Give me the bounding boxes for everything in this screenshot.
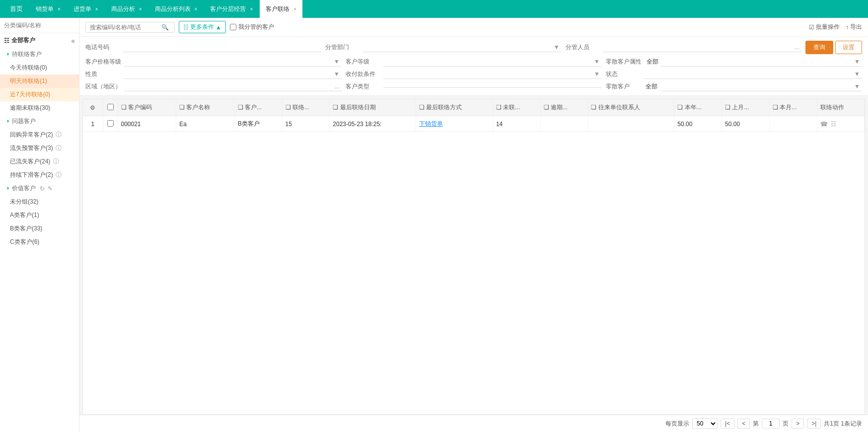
phone-action-icon[interactable]: ☎ xyxy=(820,121,828,128)
nav-home[interactable]: 首页 xyxy=(4,0,29,18)
col-last-method[interactable]: ❑ 最后联络方式 xyxy=(416,99,493,116)
sidebar-item-ungrouped[interactable]: 未分组(32) xyxy=(0,195,79,209)
row-this-month xyxy=(769,116,817,132)
first-page-btn[interactable]: |< xyxy=(721,419,734,429)
nav-sales-order[interactable]: 销货单 × xyxy=(30,0,67,18)
nav-close-product-analysis-list[interactable]: × xyxy=(195,6,198,12)
row-last-method[interactable]: 下销货单 xyxy=(416,116,493,132)
nav-close-sales-order[interactable]: × xyxy=(58,6,61,12)
grid-action-icon[interactable]: ☷ xyxy=(831,121,836,128)
retail-customer-select[interactable]: ▼ xyxy=(660,82,862,91)
col-current-year[interactable]: ❑ 本年... xyxy=(674,99,722,116)
filter-panel: 电话号码 分管部门 ▼ 分管人员 ... 查询 设置 xyxy=(79,37,868,96)
row-unit-contact xyxy=(588,116,674,132)
next-page-btn[interactable]: > xyxy=(792,419,804,429)
gender-label: 性质 xyxy=(85,70,120,78)
sidebar-item-declining[interactable]: 持续下滑客户(2) ⓘ xyxy=(0,168,79,182)
nav-customer-contact[interactable]: 客户联络 × xyxy=(260,0,302,18)
price-level-select[interactable]: ▼ xyxy=(124,57,342,67)
col-type[interactable]: ❑ 客户... xyxy=(234,99,282,116)
batch-op-btn[interactable]: ☑ 批量操作 xyxy=(809,23,840,31)
sidebar-collapse-btn[interactable]: « xyxy=(71,37,75,45)
retail-customer-value: 全部 xyxy=(646,82,657,91)
toolbar-right: ☑ 批量操作 ↑ 导出 xyxy=(809,23,862,31)
dept-label: 分管部门 xyxy=(325,43,360,52)
last-page-btn[interactable]: >| xyxy=(807,419,821,429)
sidebar-value-section[interactable]: ▼ 价值客户 ↻ ✎ xyxy=(0,182,79,195)
sidebar-item-class-c[interactable]: C类客户(6) xyxy=(0,235,79,249)
row-type: B类客户 xyxy=(234,116,282,132)
grid-icon: ☷ xyxy=(4,37,9,44)
nav-close-customer-contact[interactable]: × xyxy=(293,6,296,12)
nav-product-analysis[interactable]: 商品分析 × xyxy=(105,0,148,18)
region-select[interactable]: ... xyxy=(124,82,342,91)
gender-select[interactable]: ▼ xyxy=(123,70,342,79)
phone-input[interactable] xyxy=(123,43,321,52)
retail-attr-value: 全部 xyxy=(647,58,658,66)
customer-type-select[interactable] xyxy=(383,85,602,88)
top-navigation: 首页 销货单 × 进货单 × 商品分析 × 商品分析列表 × 客户分层经营 × … xyxy=(0,0,868,18)
row-checkbox-cell[interactable] xyxy=(103,116,118,132)
prev-page-btn[interactable]: < xyxy=(737,419,750,429)
nav-customer-tiering[interactable]: 客户分层经营 × xyxy=(204,0,259,18)
col-unit-contact[interactable]: ❑ 往来单位联系人 xyxy=(588,99,674,116)
sidebar-pending-section[interactable]: ▼ 待联络客户 xyxy=(0,48,79,61)
select-all-checkbox[interactable] xyxy=(107,104,114,110)
last-method-link[interactable]: 下销货单 xyxy=(419,120,443,127)
status-select[interactable]: ▼ xyxy=(644,70,862,79)
export-btn[interactable]: ↑ 导出 xyxy=(846,23,862,31)
retail-attr-select[interactable]: ▼ xyxy=(661,57,862,67)
nav-purchase-order[interactable]: 进货单 × xyxy=(68,0,104,18)
sidebar-item-overdue-pending[interactable]: 逾期未联络(30) xyxy=(0,101,79,115)
filter-gender: 性质 ▼ xyxy=(85,70,342,79)
payment-select[interactable]: ▼ xyxy=(383,70,602,79)
retail-attr-label: 零散客户属性 xyxy=(606,58,642,66)
col-contact-count[interactable]: ❑ 联络... xyxy=(282,99,330,116)
checkbox-icon: ☑ xyxy=(809,24,814,31)
sidebar-item-repurchase-abnormal[interactable]: 回购异常客户(2) ⓘ xyxy=(0,128,79,142)
nav-close-customer-tiering[interactable]: × xyxy=(250,6,253,12)
customer-level-caret: ▼ xyxy=(594,58,600,65)
col-checkbox[interactable] xyxy=(103,99,118,116)
col-overdue[interactable]: ❑ 逾期... xyxy=(540,99,588,116)
nav-close-purchase-order[interactable]: × xyxy=(95,6,98,12)
more-filter-btn[interactable]: ☷ 更多条件 ▲ xyxy=(179,21,226,33)
col-last-month[interactable]: ❑ 上月... xyxy=(722,99,770,116)
refresh-icon[interactable]: ↻ xyxy=(40,185,45,192)
sidebar-item-7days-pending[interactable]: 近7天待联络(0) xyxy=(0,88,79,101)
sidebar-item-class-b[interactable]: B类客户(33) xyxy=(0,222,79,235)
sidebar-item-class-a[interactable]: A类客户(1) xyxy=(0,209,79,222)
customer-level-select[interactable]: ▼ xyxy=(383,57,602,67)
sidebar-search-input[interactable] xyxy=(4,22,78,29)
main-search-icon[interactable]: 🔍 xyxy=(161,24,169,31)
dept-select[interactable]: ▼ xyxy=(363,43,561,52)
sidebar-item-churned[interactable]: 已流失客户(24) ⓘ xyxy=(0,155,79,168)
col-code[interactable]: ❑ 客户编码 xyxy=(118,99,176,116)
nav-product-analysis-list[interactable]: 商品分析列表 × xyxy=(149,0,204,18)
row-checkbox[interactable] xyxy=(107,120,114,127)
my-customers-checkbox-label[interactable]: 我分管的客户 xyxy=(230,23,274,31)
col-settings[interactable]: ⚙ xyxy=(83,99,103,116)
col-last-date[interactable]: ❑ 最后联络日期 xyxy=(330,99,416,116)
main-search-input[interactable] xyxy=(90,24,159,31)
row-code: 000021 xyxy=(118,116,176,132)
col-name[interactable]: ❑ 客户名称 xyxy=(176,99,235,116)
sidebar-item-today-pending[interactable]: 今天待联络(0) xyxy=(0,61,79,74)
col-uncontacted[interactable]: ❑ 未联... xyxy=(493,99,540,116)
sidebar-item-churn-warning[interactable]: 流失预警客户(3) ⓘ xyxy=(0,142,79,155)
col-this-month[interactable]: ❑ 本月... xyxy=(769,99,817,116)
setting-btn[interactable]: 设置 xyxy=(835,41,862,54)
sidebar-all-customers[interactable]: ☷ 全部客户 « xyxy=(0,33,79,48)
manager-select[interactable]: ... xyxy=(603,43,801,52)
current-page-input[interactable] xyxy=(762,419,780,429)
nav-close-product-analysis[interactable]: × xyxy=(139,6,142,12)
filter-phone: 电话号码 xyxy=(85,43,321,52)
filter-manager: 分管人员 ... xyxy=(566,43,801,52)
query-btn[interactable]: 查询 xyxy=(805,41,833,54)
my-customers-checkbox[interactable] xyxy=(230,24,236,30)
edit-icon[interactable]: ✎ xyxy=(48,185,53,192)
sidebar-item-tomorrow-pending[interactable]: 明天待联络(1) xyxy=(0,74,79,88)
row-name: Ea xyxy=(176,116,235,132)
page-size-select[interactable]: 50 100 200 xyxy=(692,418,718,429)
sidebar-problem-section[interactable]: ▼ 问题客户 xyxy=(0,115,79,128)
